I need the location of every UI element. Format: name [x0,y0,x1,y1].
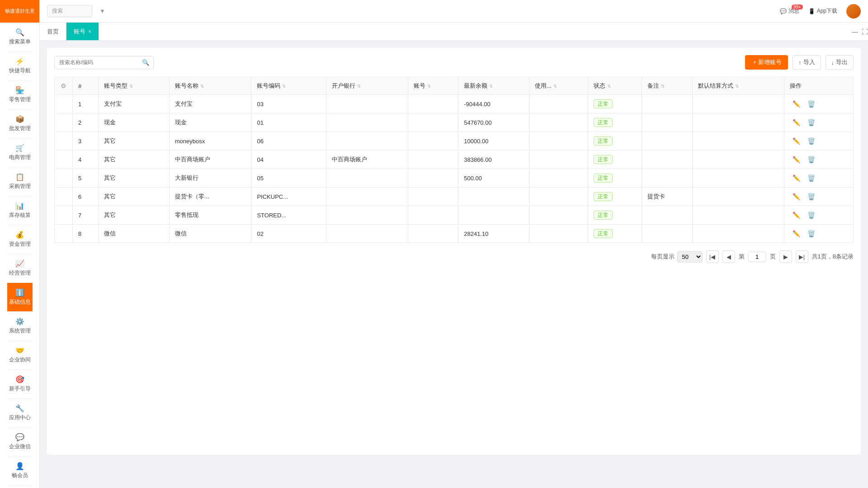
add-account-button[interactable]: + 新增账号 [745,55,788,70]
sidebar-item-operations[interactable]: 📈经营管理 [7,254,33,283]
sidebar-item-ecommerce[interactable]: 🛒电商管理 [7,138,33,167]
delete-button[interactable]: 🗑️ [805,174,818,183]
delete-button[interactable]: 🗑️ [805,99,818,108]
th-remark: 备注⇅ [642,77,693,95]
sidebar-item-search-menu[interactable]: 🔍搜索菜单 [7,23,33,52]
avatar[interactable] [846,4,861,19]
th-no: # [73,77,99,95]
th-type-label: 账号类型 [104,82,127,90]
sort-icon-status[interactable]: ⇅ [607,84,611,89]
sidebar-item-sys-manage[interactable]: ⚙️系统管理 [7,312,33,341]
search-button[interactable]: 🔍 [138,56,153,69]
sort-icon-usage[interactable]: ⇅ [553,84,557,89]
sort-icon-type[interactable]: ⇅ [129,84,133,89]
settings-icon: ⚙ [61,82,66,89]
th-default-settle-label: 默认结算方式 [698,82,733,90]
sort-icon-code[interactable]: ⇅ [282,84,286,89]
cell-settings [55,95,73,113]
app-download-button[interactable]: 📱 App下载 [808,7,837,15]
delete-button[interactable]: 🗑️ [805,192,818,201]
cell-usage [529,225,588,243]
th-type: 账号类型⇅ [98,77,169,95]
sidebar-icon-inventory: 📊 [15,202,24,210]
export-button[interactable]: ↓ 导出 [826,55,854,70]
delete-button[interactable]: 🗑️ [805,229,818,238]
delete-button[interactable]: 🗑️ [805,155,818,164]
cell-bank: 中百商场账户 [326,150,408,169]
sort-icon-settle[interactable]: ⇅ [735,84,739,89]
edit-button[interactable]: ✏️ [790,229,803,238]
cell-type: 其它 [98,169,169,188]
sidebar-item-newbie[interactable]: 🎯新手引导 [7,370,33,399]
sidebar-item-purchase[interactable]: 📋采购管理 [7,167,33,196]
search-input[interactable] [55,56,138,68]
sidebar-label-retail: 零售管理 [9,96,31,103]
th-bank: 开户银行⇅ [326,77,408,95]
th-name-label: 账号名称 [175,82,198,90]
tab-close-icon[interactable]: × [88,28,91,35]
th-settings[interactable]: ⚙ [55,77,73,95]
cell-no: 5 [73,169,99,188]
minimize-button[interactable]: — [852,28,858,35]
sidebar-label-basic-info: 基础信息 [9,298,31,306]
import-icon: ↑ [798,59,802,66]
sidebar-item-wholesale[interactable]: 📦批发管理 [7,109,33,138]
msg-button[interactable]: 💬 消息 99+ [780,7,799,15]
edit-button[interactable]: ✏️ [790,174,803,183]
cell-status: 正常 [588,225,642,243]
sort-icon-balance[interactable]: ⇅ [489,84,493,89]
tab-account[interactable]: 账号 × [66,23,99,40]
edit-button[interactable]: ✏️ [790,136,803,145]
first-page-button[interactable]: |◀ [706,250,719,263]
status-badge: 正常 [594,174,613,183]
sort-icon-remark[interactable]: ⇅ [661,84,665,89]
cell-usage [529,169,588,188]
sidebar-label-inventory: 库存核算 [9,211,31,219]
sidebar-item-inventory[interactable]: 📊库存核算 [7,196,33,225]
import-button[interactable]: ↑ 导入 [793,55,821,70]
page-input[interactable] [748,252,766,262]
toolbar-left: 🔍 [54,56,154,69]
delete-button[interactable]: 🗑️ [805,211,818,220]
app-label: App下载 [817,7,837,15]
cell-balance [458,206,529,225]
header-search[interactable]: 搜索 [47,5,92,17]
sidebar: 畅捷通好生意 🔍搜索菜单⚡快捷导航🏪零售管理📦批发管理🛒电商管理📋采购管理📊库存… [0,0,40,488]
delete-button[interactable]: 🗑️ [805,136,818,145]
sidebar-item-finance[interactable]: 💰资金管理 [7,225,33,254]
edit-button[interactable]: ✏️ [790,118,803,127]
sort-icon-name[interactable]: ⇅ [200,84,204,89]
sort-icon-account[interactable]: ⇅ [427,84,431,89]
next-page-button[interactable]: ▶ [779,250,792,263]
edit-button[interactable]: ✏️ [790,192,803,201]
sort-icon-bank[interactable]: ⇅ [357,84,361,89]
sidebar-item-corp-agreement[interactable]: 🤝企业协同 [7,341,33,370]
toolbar: 🔍 + 新增账号 ↑ 导入 ↓ 导出 [54,55,854,70]
sidebar-item-quick-nav[interactable]: ⚡快捷导航 [7,52,33,80]
cell-name: 大新银行 [169,169,251,188]
cell-settings [55,169,73,188]
edit-button[interactable]: ✏️ [790,211,803,220]
sidebar-icon-quick-nav: ⚡ [15,57,24,66]
sidebar-item-retail[interactable]: 🏪零售管理 [7,80,33,109]
page-size-select[interactable]: 50 100 [677,251,703,263]
last-page-button[interactable]: ▶| [796,250,808,263]
sidebar-item-app-center[interactable]: 🔧应用中心 [7,399,33,427]
table-row: 2 现金 现金 01 547670.00 正常 ✏️ 🗑️ [55,113,854,132]
cell-remark [642,113,693,132]
sidebar-item-basic-info[interactable]: ℹ️基础信息 [7,283,33,312]
tab-home[interactable]: 首页 [40,23,66,40]
cell-bank [326,169,408,188]
cell-code: 06 [251,132,326,150]
sidebar-item-corp-wechat[interactable]: 💬企业微信 [7,427,33,456]
restore-button[interactable]: ⛶ [862,28,868,35]
cell-default-settle [693,169,784,188]
prev-page-button[interactable]: ◀ [722,250,735,263]
cell-bank [326,95,408,113]
sidebar-icon-search-menu: 🔍 [15,28,24,37]
edit-button[interactable]: ✏️ [790,155,803,164]
sidebar-item-member[interactable]: 👤畅会员 [7,456,33,485]
delete-button[interactable]: 🗑️ [805,118,818,127]
edit-button[interactable]: ✏️ [790,99,803,108]
th-usage: 使用...⇅ [529,77,588,95]
